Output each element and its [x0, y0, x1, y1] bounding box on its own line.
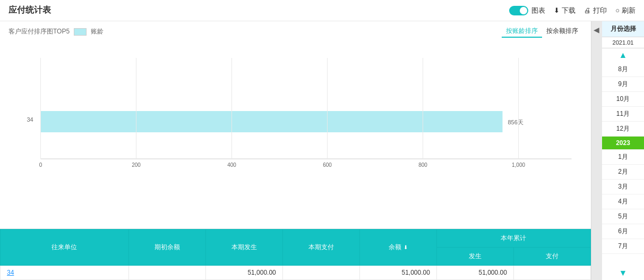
sort-icon: ⬇: [403, 244, 408, 250]
print-button[interactable]: 🖨 打印: [584, 6, 607, 15]
th-col1: 往来单位: [1, 230, 129, 266]
sidebar-month-item[interactable]: 2月: [602, 165, 644, 180]
td-col6-sub2: [513, 266, 590, 280]
chart-svg: 34 856天 0 200 400 600 800 1,000: [8, 42, 582, 191]
sidebar-wrapper: ◀ 月份选择 ▲ 8月9月10月11月12月20231月2月3月4月5月6月7月…: [591, 21, 644, 280]
svg-text:0: 0: [39, 162, 42, 168]
right-sidebar: 月份选择 ▲ 8月9月10月11月12月20231月2月3月4月5月6月7月 ▼: [602, 21, 644, 280]
header-actions: 图表 ⬇ 下载 🖨 打印 ○ 刷新: [509, 6, 636, 15]
sort-by-age-button[interactable]: 按账龄排序: [502, 26, 542, 38]
chart-toggle[interactable]: [509, 6, 528, 15]
sidebar-month-item[interactable]: 8月: [602, 62, 644, 77]
chart-sort-buttons: 按账龄排序 按余额排序: [502, 26, 582, 38]
print-icon: 🖨: [584, 6, 591, 14]
table-row: 34 51,000.00 51,000.00 51,000.00: [1, 266, 591, 280]
table-area: 往来单位 期初余额 本期发生 本期支付 余额 ⬇ 本年累计 发生: [0, 229, 591, 280]
th-col6-sub1: 发生: [436, 248, 513, 266]
bar-chart: 34 856天 0 200 400 600 800 1,000: [8, 42, 582, 191]
svg-text:200: 200: [132, 162, 141, 168]
th-col4: 本期支付: [282, 230, 359, 266]
chart-toggle-label: 图表: [531, 6, 545, 15]
download-button[interactable]: ⬇ 下载: [554, 6, 576, 15]
refresh-icon: ○: [615, 6, 620, 14]
sidebar-month-item[interactable]: 10月: [602, 92, 644, 107]
chart-toggle-group: 图表: [509, 6, 545, 15]
chart-legend: 客户应付排序图TOP5 账龄: [8, 27, 104, 36]
legend-rect: [74, 28, 87, 36]
th-col5: 余额 ⬇: [359, 230, 436, 266]
svg-text:600: 600: [323, 162, 332, 168]
sidebar-month-item[interactable]: 7月: [602, 239, 644, 254]
th-col3: 本期发生: [205, 230, 282, 266]
sidebar-month-item[interactable]: 1月: [602, 150, 644, 165]
sidebar-month-item[interactable]: 3月: [602, 180, 644, 194]
page-title: 应付统计表: [8, 5, 51, 16]
td-col3: 51,000.00: [205, 266, 282, 280]
refresh-label: 刷新: [622, 6, 636, 15]
sidebar-month-item[interactable]: 12月: [602, 122, 644, 137]
sidebar-month-item[interactable]: 5月: [602, 209, 644, 224]
bar-value-label: 856天: [508, 119, 523, 125]
svg-text:800: 800: [418, 162, 427, 168]
sidebar-up-button[interactable]: ▲: [602, 48, 644, 62]
col1-link[interactable]: 34: [7, 269, 14, 276]
chart-header: 客户应付排序图TOP5 账龄 按账龄排序 按余额排序: [8, 26, 582, 38]
td-col4: [282, 266, 359, 280]
svg-text:400: 400: [227, 162, 236, 168]
sidebar-month-item[interactable]: 4月: [602, 194, 644, 209]
main-content: 客户应付排序图TOP5 账龄 按账龄排序 按余额排序 34: [0, 21, 644, 280]
chart-area: 客户应付排序图TOP5 账龄 按账龄排序 按余额排序 34: [0, 21, 591, 229]
left-panel: 客户应付排序图TOP5 账龄 按账龄排序 按余额排序 34: [0, 21, 591, 280]
refresh-button[interactable]: ○ 刷新: [615, 6, 636, 15]
th-col6-group: 本年累计: [436, 230, 590, 248]
header: 应付统计表 图表 ⬇ 下载 🖨 打印 ○ 刷新: [0, 0, 644, 21]
download-icon: ⬇: [554, 6, 560, 14]
sidebar-year-input[interactable]: [602, 37, 644, 48]
svg-text:1,000: 1,000: [512, 162, 525, 168]
sidebar-month-list: 8月9月10月11月12月20231月2月3月4月5月6月7月: [602, 62, 644, 266]
sidebar-month-item[interactable]: 6月: [602, 224, 644, 239]
download-label: 下载: [562, 6, 576, 15]
th-col6-sub2: 支付: [513, 248, 590, 266]
print-label: 打印: [593, 6, 607, 15]
table-header-row: 往来单位 期初余额 本期发生 本期支付 余额 ⬇ 本年累计: [1, 230, 591, 248]
td-col5: 51,000.00: [359, 266, 436, 280]
sidebar-month-item[interactable]: 9月: [602, 77, 644, 92]
chart-bar: [41, 111, 503, 132]
sidebar-month-item[interactable]: 11月: [602, 107, 644, 122]
app-container: 应付统计表 图表 ⬇ 下载 🖨 打印 ○ 刷新: [0, 0, 644, 280]
chart-legend-bar-label: 账龄: [91, 27, 104, 36]
chart-legend-title: 客户应付排序图TOP5: [8, 27, 70, 36]
data-table: 往来单位 期初余额 本期发生 本期支付 余额 ⬇ 本年累计 发生: [0, 229, 591, 280]
sidebar-collapse-button[interactable]: ◀: [591, 21, 602, 280]
td-col2: [128, 266, 205, 280]
sidebar-month-item[interactable]: 2023: [602, 137, 644, 150]
y-axis-label: 34: [27, 116, 33, 123]
td-col6-sub1: 51,000.00: [436, 266, 513, 280]
td-col1: 34: [1, 266, 129, 280]
sort-by-amount-button[interactable]: 按余额排序: [542, 26, 582, 38]
sidebar-down-button[interactable]: ▼: [602, 266, 644, 280]
th-col2: 期初余额: [128, 230, 205, 266]
sidebar-header: 月份选择: [602, 21, 644, 37]
